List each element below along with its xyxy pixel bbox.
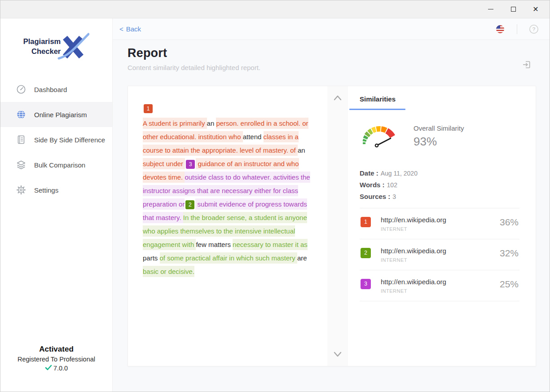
app-logo: Plagiarism Checker	[0, 30, 112, 62]
stat-value: 102	[387, 181, 397, 189]
stat-value: 3	[392, 193, 396, 200]
chevron-down-icon	[331, 350, 344, 359]
layers-icon	[16, 159, 26, 170]
gear-icon	[16, 185, 26, 195]
minimize-button[interactable]	[480, 0, 502, 18]
us-flag-icon	[496, 25, 505, 34]
highlight-source-2: necessary to master it as	[233, 239, 308, 250]
source-percent: 32%	[500, 248, 519, 259]
language-flag-button[interactable]	[495, 24, 505, 34]
logo-text: Plagiarism Checker	[23, 36, 61, 57]
source-3-marker: 3	[186, 160, 195, 169]
maximize-icon	[511, 7, 516, 12]
dashboard-icon	[16, 84, 26, 95]
source-row-2[interactable]: 2http://en.wikipedia.orgINTERNET32%	[360, 239, 519, 270]
source-category: INTERNET	[381, 257, 446, 263]
source-percent: 25%	[500, 279, 519, 290]
stat-row: Sources :3	[360, 191, 519, 203]
document-area: 1A student is primarily an person. enrol…	[128, 86, 327, 366]
report-card: 1A student is primarily an person. enrol…	[128, 86, 536, 366]
sidebar-item-side-by-side-difference[interactable]: Side By Side Difference	[0, 127, 112, 152]
activation-version: 7.0.0	[0, 364, 112, 372]
tab-similarities[interactable]: Similarities	[360, 95, 396, 103]
globe-icon	[16, 109, 26, 120]
sidebar-item-online-plagiarism[interactable]: Online Plagiarism	[0, 102, 112, 127]
source-url[interactable]: http://en.wikipedia.org	[381, 216, 446, 224]
source-number-badge: 3	[361, 279, 371, 289]
tab-underline	[349, 109, 405, 110]
sidebar-item-label: Online Plagiarism	[34, 111, 87, 119]
back-button[interactable]: < Back	[119, 25, 141, 33]
sidebar-item-dashboard[interactable]: Dashboard	[0, 77, 112, 102]
source-row-3[interactable]: 3http://en.wikipedia.orgINTERNET25%	[360, 270, 519, 301]
activation-registered: Registered To Professional	[0, 356, 112, 363]
source-category: INTERNET	[381, 288, 446, 294]
source-url[interactable]: http://en.wikipedia.org	[381, 278, 446, 286]
export-report-button[interactable]	[522, 60, 532, 71]
title-bar: ✕	[0, 0, 550, 18]
highlighted-document: 1A student is primarily an person. enrol…	[143, 101, 319, 278]
source-url[interactable]: http://en.wikipedia.org	[381, 247, 446, 255]
check-icon	[45, 364, 52, 372]
back-chevron-icon: <	[119, 25, 123, 33]
sidebar-item-settings[interactable]: Settings	[0, 177, 112, 203]
source-row-1[interactable]: 1http://en.wikipedia.orgINTERNET36%	[360, 208, 519, 239]
similarity-gauge-icon	[360, 120, 403, 150]
source-number-badge: 2	[361, 248, 371, 258]
scroll-down-button[interactable]	[331, 349, 344, 361]
overall-similarity-value: 93%	[414, 135, 464, 149]
source-category: INTERNET	[381, 226, 446, 232]
source-number-badge: 1	[361, 217, 371, 227]
close-icon: ✕	[532, 6, 538, 13]
plain-text: are	[297, 252, 307, 264]
stat-label: Words :	[360, 181, 385, 189]
svg-text:?: ?	[532, 26, 535, 32]
plain-text: an	[207, 118, 216, 129]
help-button[interactable]: ?	[529, 24, 539, 34]
source-1-marker-line: 1	[143, 101, 319, 115]
stat-row: Words :102	[360, 179, 519, 191]
activation-status: Activated	[0, 345, 112, 354]
activation-info: Activated Registered To Professional 7.0…	[0, 345, 112, 372]
overall-similarity-label: Overall Similarity	[414, 124, 464, 132]
plain-text: an	[298, 145, 305, 156]
plain-text: parts	[143, 252, 160, 264]
highlight-source-2: basic or decisive.	[143, 266, 194, 277]
sidebar-item-label: Bulk Comparison	[34, 161, 85, 169]
sources-list: 1http://en.wikipedia.orgINTERNET36%2http…	[360, 208, 519, 301]
sidebar-item-bulk-comparison[interactable]: Bulk Comparison	[0, 152, 112, 177]
document-scrollbar	[327, 86, 348, 366]
document-icon	[16, 134, 26, 145]
report-page: Report Content similarity detailed highl…	[113, 40, 550, 392]
sidebar: Plagiarism Checker DashboardOnline Plagi…	[0, 18, 113, 392]
stat-row: Date :Aug 11, 2020	[360, 167, 519, 179]
sidebar-item-label: Settings	[34, 186, 58, 194]
scroll-up-button[interactable]	[331, 92, 344, 103]
topbar-divider	[517, 24, 517, 34]
chevron-up-icon	[331, 93, 344, 102]
help-icon: ?	[529, 24, 539, 34]
maximize-button[interactable]	[502, 0, 524, 18]
source-2-marker: 2	[185, 200, 194, 209]
report-stats: Date :Aug 11, 2020Words :102Sources :3	[360, 167, 519, 203]
sidebar-item-label: Dashboard	[34, 86, 67, 93]
source-percent: 36%	[500, 217, 519, 228]
top-bar: < Back	[113, 18, 550, 40]
plain-text: attend	[243, 131, 264, 142]
sidebar-nav: DashboardOnline PlagiarismSide By Side D…	[0, 77, 112, 203]
source-1-marker: 1	[144, 104, 153, 113]
minimize-icon	[488, 9, 493, 9]
app-window: ✕ Plagiarism Checker DashboardOnline Pla…	[0, 0, 550, 392]
highlight-source-1: subject under	[143, 158, 185, 169]
sidebar-item-label: Side By Side Difference	[34, 136, 105, 144]
highlight-source-1: A student is primarily	[143, 118, 207, 129]
page-title: Report	[128, 46, 535, 60]
stat-label: Date :	[360, 169, 378, 177]
similarities-panel: Similarities	[348, 86, 536, 366]
stat-label: Sources :	[360, 193, 390, 200]
close-button[interactable]: ✕	[524, 0, 547, 18]
logo-x-mark	[57, 32, 89, 60]
page-subtitle: Content similarity detailed highlighted …	[128, 64, 535, 71]
plain-text: few matters	[196, 239, 233, 250]
highlight-source-2: of some practical affair in which such m…	[160, 252, 298, 264]
